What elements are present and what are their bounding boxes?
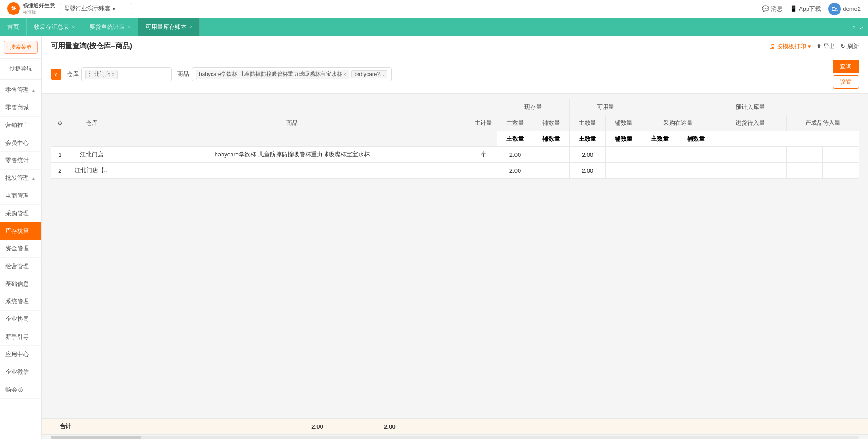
- avatar-text: Ea: [832, 6, 838, 12]
- sidebar-item-8[interactable]: 库存核算: [0, 222, 41, 240]
- main-layout: 搜索菜单 快捷导航 零售管理▲零售商城营销推广会员中心零售统计批发管理▲电商管理…: [0, 36, 868, 439]
- row-produced-aux-0: [823, 147, 859, 163]
- sidebar-item-12[interactable]: 系统管理: [0, 293, 41, 311]
- row-produced-aux-1: [823, 163, 859, 179]
- sidebar-item-3[interactable]: 会员中心: [0, 134, 41, 152]
- message-action[interactable]: 💬 消息: [762, 5, 783, 13]
- col-header-pw-main: 主数量: [570, 131, 606, 147]
- tab-available-stock-label: 可用量库存账本: [146, 23, 187, 31]
- user-action[interactable]: Ea demo2: [828, 3, 861, 15]
- filter-action-buttons: 查询 设置: [833, 60, 859, 89]
- sidebar-item-17[interactable]: 畅会员: [0, 381, 41, 399]
- export-button[interactable]: ⬆ 导出: [816, 42, 835, 51]
- filter-expand-button[interactable]: »: [51, 69, 61, 80]
- sidebar-item-label-7: 采购管理: [5, 209, 29, 217]
- table-body: 1 江北门店 babycare学饮杯 儿童防摔防撞吸管杯重力球吸嘴杯宝宝水杯 个…: [51, 147, 859, 179]
- sidebar-item-label-15: 应用中心: [5, 350, 29, 359]
- arrow-icon-5: ▲: [31, 176, 36, 181]
- product-filter-group: 商品 babycare学饮杯 儿童防摔防撞吸管杯重力球吸嘴杯宝宝水杯 × bab…: [177, 67, 392, 81]
- horizontal-scrollbar[interactable]: [42, 434, 868, 439]
- sidebar-item-1[interactable]: 零售商城: [0, 99, 41, 117]
- settings-button[interactable]: 设置: [833, 75, 859, 89]
- export-label: 导出: [823, 42, 835, 51]
- row-warehouse-1: 江北门店【...: [69, 163, 114, 179]
- tab-home[interactable]: 首页: [0, 18, 27, 36]
- page-title: 可用量查询(按仓库+商品): [51, 42, 132, 51]
- expand-icon[interactable]: ⤢: [859, 24, 864, 31]
- sidebar: 搜索菜单 快捷导航 零售管理▲零售商城营销推广会员中心零售统计批发管理▲电商管理…: [0, 36, 42, 439]
- sidebar-item-14[interactable]: 新手引导: [0, 328, 41, 346]
- print-label: 按模板打印: [777, 42, 806, 51]
- refresh-label: 刷新: [847, 42, 859, 51]
- col-header-stock-aux: 辅数量: [533, 115, 570, 131]
- row-no-0: 1: [51, 147, 69, 163]
- tab-available-stock[interactable]: 可用量库存账本 ×: [138, 18, 200, 36]
- logo-text-block: 畅捷通好生意 标准版: [23, 2, 55, 15]
- row-produced-main-0: [787, 147, 823, 163]
- print-chevron: ▾: [808, 43, 811, 50]
- product-input[interactable]: babycare学饮杯 儿童防摔防撞吸管杯重力球吸嘴杯宝宝水杯 × babyca…: [192, 67, 392, 81]
- close-all-icon[interactable]: ×: [852, 24, 856, 31]
- tab-order-stats-close[interactable]: ×: [127, 24, 130, 30]
- sidebar-item-13[interactable]: 企业协同: [0, 311, 41, 328]
- sidebar-item-label-2: 营销推广: [5, 121, 29, 129]
- row-incoming-main-0: [714, 147, 750, 163]
- logo-text: 畅捷通好生意: [23, 2, 55, 9]
- nav-tabs-end: × ⤢: [849, 18, 868, 36]
- row-warehouse-0: 江北门店: [69, 147, 114, 163]
- col-header-produced: 产成品待入量: [787, 115, 859, 131]
- industry-selector[interactable]: 母婴行业演示账套 ▾: [60, 3, 132, 14]
- refresh-button[interactable]: ↻ 刷新: [840, 42, 859, 51]
- col-header-available: 可用量: [570, 99, 642, 115]
- query-button[interactable]: 查询: [833, 60, 859, 73]
- row-purchase-main-1: [642, 163, 678, 179]
- sidebar-item-5[interactable]: 批发管理▲: [0, 170, 41, 187]
- sidebar-item-16[interactable]: 企业微信: [0, 363, 41, 381]
- tab-order-stats[interactable]: 要货单统计表 ×: [82, 18, 138, 36]
- app-download-icon: 📱: [790, 5, 797, 12]
- tab-available-stock-close[interactable]: ×: [189, 24, 192, 30]
- sidebar-item-10[interactable]: 经营管理: [0, 258, 41, 275]
- tab-receive-summary[interactable]: 收发存汇总表 ×: [27, 18, 82, 36]
- product-tag-1-close[interactable]: ×: [344, 71, 346, 77]
- col-header-unit: 主计量: [470, 99, 497, 147]
- col-header-product: 商品: [114, 99, 470, 147]
- scroll-track: [51, 436, 859, 439]
- footer-avail-main: 2.00: [372, 423, 408, 430]
- row-avail-main-0: 2.00: [570, 147, 606, 163]
- sidebar-item-11[interactable]: 基础信息: [0, 275, 41, 293]
- content-area: 可用量查询(按仓库+商品) 🖨 按模板打印 ▾ ⬆ 导出 ↻ 刷新: [42, 36, 868, 439]
- print-button[interactable]: 🖨 按模板打印 ▾: [769, 42, 811, 51]
- row-product-1: [114, 163, 470, 179]
- filter-bar: » 仓库 江北门店 × ... 商品 babycare学饮杯 儿童防摔防撞吸管杯…: [42, 55, 868, 94]
- warehouse-dots[interactable]: ...: [119, 70, 125, 78]
- sidebar-item-4[interactable]: 零售统计: [0, 152, 41, 170]
- app-download-action[interactable]: 📱 App下载: [790, 5, 821, 13]
- sidebar-item-label-12: 系统管理: [5, 297, 29, 306]
- warehouse-input[interactable]: 江北门店 × ...: [81, 67, 172, 81]
- tab-receive-summary-close[interactable]: ×: [72, 24, 75, 30]
- row-avail-aux-1: [606, 163, 642, 179]
- sidebar-item-9[interactable]: 资金管理: [0, 240, 41, 258]
- gear-icon[interactable]: ⚙: [57, 120, 63, 127]
- sidebar-item-2[interactable]: 营销推广: [0, 117, 41, 134]
- message-label: 消息: [771, 5, 783, 13]
- sidebar-quick-nav-section: 快捷导航: [0, 59, 41, 80]
- sidebar-item-15[interactable]: 应用中心: [0, 346, 41, 363]
- arrow-icon-0: ▲: [31, 88, 36, 93]
- scroll-thumb[interactable]: [51, 436, 141, 439]
- sidebar-item-label-4: 零售统计: [5, 156, 29, 165]
- sidebar-item-6[interactable]: 电商管理: [0, 187, 41, 205]
- row-avail-aux-0: [606, 147, 642, 163]
- table-row: 1 江北门店 babycare学饮杯 儿童防摔防撞吸管杯重力球吸嘴杯宝宝水杯 个…: [51, 147, 859, 163]
- sidebar-search-section: 搜索菜单: [0, 36, 41, 59]
- warehouse-tag-close[interactable]: ×: [112, 71, 114, 77]
- search-menu-button[interactable]: 搜索菜单: [4, 41, 38, 54]
- quick-nav-button[interactable]: 快捷导航: [4, 62, 38, 76]
- sidebar-item-7[interactable]: 采购管理: [0, 205, 41, 222]
- sidebar-item-0[interactable]: 零售管理▲: [0, 81, 41, 99]
- row-incoming-main-1: [714, 163, 750, 179]
- sidebar-item-label-13: 企业协同: [5, 315, 29, 323]
- footer-total-label: 合计: [51, 422, 299, 430]
- warehouse-tag-text: 江北门店: [89, 71, 110, 78]
